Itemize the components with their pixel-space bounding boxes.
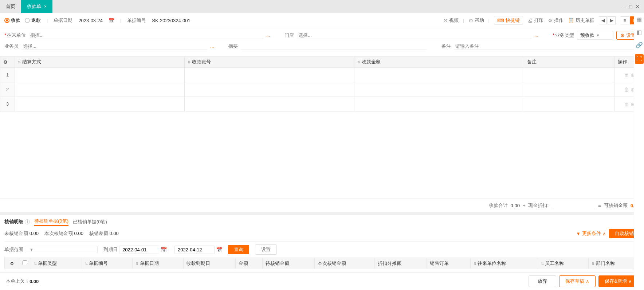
window-close-btn[interactable]: ✕ xyxy=(635,4,640,9)
counterpart-label: 往来单位 xyxy=(4,32,26,39)
date-to-input[interactable] xyxy=(174,246,215,254)
toolbar-sep1: | xyxy=(47,18,48,23)
tab-home[interactable]: 首页 xyxy=(0,0,21,13)
query-btn[interactable]: 查询 xyxy=(228,245,249,254)
account-cell-3[interactable] xyxy=(185,97,354,111)
more-conditions-label: 更多条件 xyxy=(582,230,601,237)
print-btn[interactable]: 🖨 打印 xyxy=(527,17,543,24)
amount-cell-3[interactable] xyxy=(354,97,524,111)
table-header-row: ⚙ ⇅ 结算方式 ⇅ 收款账号 ⇅ 收款金额 备注 操作 xyxy=(0,56,644,68)
video-btn[interactable]: ⊙ 视频 xyxy=(443,17,459,24)
nav-next-btn[interactable]: ▶ xyxy=(608,16,616,24)
calendar-from-icon[interactable]: 📅 xyxy=(161,247,167,252)
summary-row: 收款合计 0.00 + 现金折扣: = 可核销金额 0.00 xyxy=(0,199,644,212)
account-cell-1[interactable] xyxy=(185,68,354,82)
sidebar-icon-panel[interactable]: ◧ xyxy=(636,29,642,36)
settlement-cell-3[interactable] xyxy=(15,97,185,111)
row-num-1: 1 xyxy=(0,68,15,82)
account-cell-2[interactable] xyxy=(185,82,354,97)
salesperson-more-btn[interactable]: ... xyxy=(210,44,214,49)
footer-actions: 放弃 保存草稿 ∧ 保存&新增 ∧ xyxy=(529,275,638,287)
radio-refund-dot xyxy=(25,18,30,23)
store-input[interactable] xyxy=(297,32,531,39)
business-type-select[interactable]: 预收款 ▼ xyxy=(577,31,613,40)
pending-tab[interactable]: 待核销单据(0笔) xyxy=(34,218,68,226)
sort-icon-account: ⇅ xyxy=(188,60,191,64)
verify-stats: 未核销金额 0.00 本次核销金额 0.00 核销差额 0.00 ▼ 更多条件 … xyxy=(4,229,640,238)
sidebar-icon-table[interactable]: ▦ xyxy=(636,16,642,23)
footer: 本单上欠 ℹ 0.00 放弃 保存草稿 ∧ 保存&新增 ∧ xyxy=(0,272,644,290)
business-type-value: 预收款 xyxy=(580,32,594,39)
save-new-btn[interactable]: 保存&新增 ∧ xyxy=(598,275,638,287)
sidebar-icon-link[interactable]: 🔗 xyxy=(636,42,643,48)
history-btn[interactable]: 📋 历史单据 xyxy=(568,17,594,24)
right-sidebar: ▦ ◧ 🔗 ⛶ xyxy=(634,13,644,290)
bth-gear[interactable]: ⚙ xyxy=(5,258,19,269)
operation-btn[interactable]: ⚙ 操作 xyxy=(548,17,564,24)
shortcut-btn[interactable]: ⌨ 快捷键 xyxy=(494,16,523,25)
discount-input[interactable] xyxy=(551,202,595,209)
salesperson-input[interactable] xyxy=(21,43,207,50)
uncancelled-stat: 未核销金额 0.00 xyxy=(4,230,39,237)
bth-dept: ⇅ 部门名称 xyxy=(589,258,640,269)
date-value[interactable]: 2023-03-24 xyxy=(78,18,103,23)
view-list-btn[interactable]: ≡ xyxy=(620,16,629,24)
help-btn[interactable]: ⊙ 帮助 xyxy=(469,17,484,24)
settlement-cell-1[interactable] xyxy=(15,68,185,82)
form-row-2: 业务员 ... 摘要 备注 xyxy=(4,43,640,50)
bth-dept-label: 部门名称 xyxy=(596,260,615,266)
th-remark: 备注 xyxy=(524,56,615,68)
nav-arrows: ◀ ▶ xyxy=(599,16,616,24)
business-type-chevron: ▼ xyxy=(596,33,600,38)
amount-cell-1[interactable] xyxy=(354,68,524,82)
remark-cell-3[interactable] xyxy=(524,97,615,111)
remark-cell-2[interactable] xyxy=(524,82,615,97)
delete-icon-3[interactable]: 🗑 xyxy=(624,101,629,107)
sidebar-icon-expand[interactable]: ⛶ xyxy=(635,54,644,64)
store-more-btn[interactable]: ... xyxy=(534,33,538,38)
sort-type-icon: ⇅ xyxy=(34,262,37,266)
uncancelled-label: 未核销金额 xyxy=(4,231,28,236)
window-max-btn[interactable]: □ xyxy=(629,4,632,9)
bth-counterpart: ⇅ 往来单位名称 xyxy=(470,258,538,269)
equals-sign: = xyxy=(598,203,601,208)
footer-info-icon[interactable]: ℹ xyxy=(26,279,28,284)
verify-header: 核销明细 i 待核销单据(0笔) 已核销单据(0笔) xyxy=(4,218,640,226)
save-draft-btn[interactable]: 保存草稿 ∧ xyxy=(559,275,596,287)
bth-number-label: 单据编号 xyxy=(89,260,108,266)
delete-icon-2[interactable]: 🗑 xyxy=(624,87,629,93)
calendar-to-icon[interactable]: 📅 xyxy=(216,247,222,252)
sep4: | xyxy=(488,18,490,23)
verify-info-icon[interactable]: i xyxy=(25,219,30,224)
calendar-icon[interactable]: 📅 xyxy=(109,18,114,23)
due-date-label: 到期日 xyxy=(103,246,118,253)
counterpart-input[interactable] xyxy=(29,32,263,39)
amount-cell-2[interactable] xyxy=(354,82,524,97)
remark-input[interactable] xyxy=(454,43,640,50)
date-from-input[interactable] xyxy=(119,246,159,254)
remark-cell-1[interactable] xyxy=(524,68,615,82)
th-gear[interactable]: ⚙ xyxy=(0,56,15,68)
current-value: 0.00 xyxy=(74,231,83,236)
radio-refund[interactable]: 退款 xyxy=(25,17,41,24)
top-toolbar: 收款 退款 | 单据日期 2023-03-24 📅 | 单据编号 SK-2023… xyxy=(0,13,644,28)
bth-type-label: 单据类型 xyxy=(38,260,57,266)
toolbar-right: ⊙ 视频 | ⊙ 帮助 | ⌨ 快捷键 🖨 打印 ⚙ 操作 📋 xyxy=(443,16,640,25)
range-select[interactable]: ▼ xyxy=(25,246,98,253)
delete-icon-1[interactable]: 🗑 xyxy=(624,72,629,78)
tab-close-btn[interactable]: × xyxy=(44,0,47,13)
bth-date-label: 单据日期 xyxy=(140,260,159,266)
radio-receipt[interactable]: 收款 xyxy=(4,17,20,24)
nav-prev-btn[interactable]: ◀ xyxy=(599,16,607,24)
tab-receipt[interactable]: 收款单 × xyxy=(21,0,52,13)
summary-input[interactable] xyxy=(241,43,427,50)
counterpart-more-btn[interactable]: ... xyxy=(266,33,270,38)
window-min-btn[interactable]: — xyxy=(621,4,627,9)
setting-outline-btn[interactable]: 设置 xyxy=(255,244,277,255)
abandon-btn[interactable]: 放弃 xyxy=(529,275,556,287)
bth-check[interactable] xyxy=(19,258,31,269)
done-tab[interactable]: 已核销单据(0笔) xyxy=(73,219,107,225)
select-all-checkbox[interactable] xyxy=(23,260,27,265)
more-conditions-btn[interactable]: ▼ 更多条件 ∧ xyxy=(576,230,606,237)
settlement-cell-2[interactable] xyxy=(15,82,185,97)
